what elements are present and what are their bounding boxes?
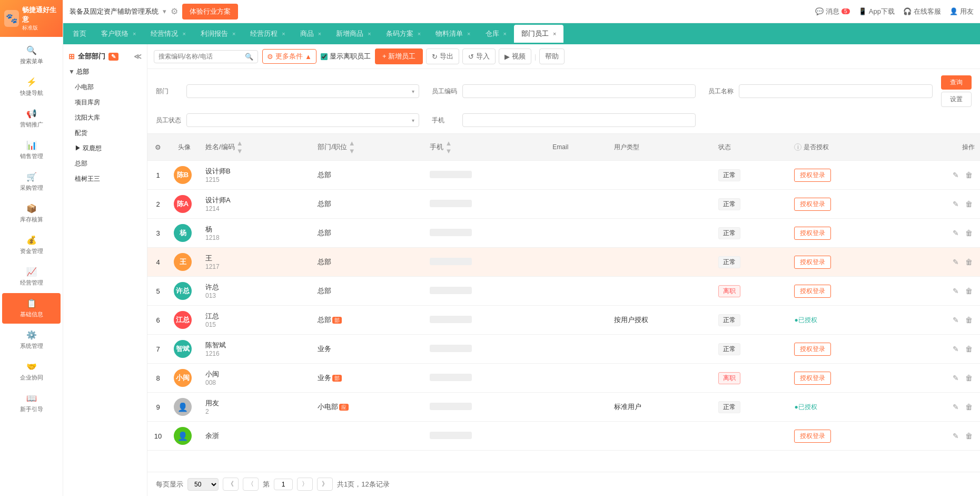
close-icon[interactable]: ×	[318, 31, 321, 37]
view-button[interactable]: ▶ 视频	[499, 48, 531, 64]
close-icon[interactable]: ×	[133, 31, 136, 37]
auth-button[interactable]: 授权登录	[794, 256, 831, 269]
close-icon[interactable]: ×	[232, 31, 235, 37]
dept-item-dispatch[interactable]: 配货	[63, 125, 147, 141]
sidebar-item-search[interactable]: 🔍搜索菜单	[2, 40, 61, 71]
delete-button[interactable]: 🗑	[963, 228, 975, 238]
import-button[interactable]: ↺ 导入	[462, 48, 496, 64]
tab-bom[interactable]: 物料清单×	[428, 25, 478, 43]
trial-button[interactable]: 体验行业方案	[182, 4, 238, 20]
next-page-button[interactable]: 〉	[297, 478, 313, 491]
auth-button[interactable]: 授权登录	[794, 343, 831, 356]
sidebar-item-marketing[interactable]: 📢营销推广	[2, 103, 61, 134]
tab-warehouse[interactable]: 仓库×	[478, 25, 514, 43]
search-input-wrap[interactable]: 🔍	[154, 50, 258, 63]
sidebar-item-guide[interactable]: 📖新手引导	[2, 388, 61, 419]
message-button[interactable]: 💬 消息 5	[815, 7, 850, 16]
status-filter-input[interactable]: ▾	[186, 113, 419, 127]
online-service-button[interactable]: 🎧 在线客服	[903, 7, 941, 16]
resigned-checkbox-input[interactable]	[321, 53, 328, 60]
edit-button[interactable]: ✎	[951, 373, 961, 383]
app-download-button[interactable]: 📱 App下载	[858, 7, 895, 16]
filter-more-button[interactable]: ⚙ 更多条件 ▲	[262, 49, 316, 64]
sidebar-item-basic-info[interactable]: 📋基础信息	[2, 293, 61, 324]
close-icon[interactable]: ×	[418, 31, 421, 37]
close-icon[interactable]: ×	[467, 31, 470, 37]
sidebar-item-collab[interactable]: 🤝企业协同	[2, 356, 61, 387]
phone-input-field[interactable]	[467, 116, 690, 124]
tab-barcode[interactable]: 条码方案×	[379, 25, 428, 43]
show-resigned-checkbox[interactable]: 显示离职员工	[321, 52, 371, 61]
search-button[interactable]: 查询	[941, 75, 972, 90]
edit-button[interactable]: ✎	[951, 344, 961, 354]
status-input-field[interactable]	[191, 116, 412, 124]
help-button[interactable]: 帮助	[539, 48, 565, 64]
dept-item-project[interactable]: 项目库房	[63, 95, 147, 110]
delete-button[interactable]: 🗑	[963, 315, 975, 325]
dept-item-head2[interactable]: 总部	[63, 156, 147, 171]
edit-button[interactable]: ✎	[951, 257, 961, 267]
auth-button[interactable]: 授权登录	[794, 227, 831, 240]
edit-button[interactable]: ✎	[951, 286, 961, 296]
close-icon[interactable]: ×	[503, 31, 507, 37]
tab-operations[interactable]: 经营情况×	[143, 25, 193, 43]
col-phone[interactable]: 手机 ▲▼	[424, 134, 547, 161]
last-page-button[interactable]: 》	[317, 478, 333, 491]
dropdown-arrow-icon[interactable]: ▾	[163, 7, 166, 15]
edit-button[interactable]: ✎	[951, 170, 961, 180]
edit-button[interactable]: ✎	[951, 431, 961, 441]
page-input[interactable]	[274, 479, 293, 490]
dept-item-head[interactable]: ▼ 总部	[63, 64, 147, 80]
dept-item-electric[interactable]: 小电部	[63, 80, 147, 95]
add-employee-button[interactable]: + 新增员工	[375, 48, 423, 64]
delete-button[interactable]: 🗑	[963, 373, 975, 383]
code-filter-input[interactable]	[462, 84, 695, 98]
dept-item-shuanglu[interactable]: ▶ 双鹿想	[63, 141, 147, 156]
dept-item-plant[interactable]: 植树王三	[63, 171, 147, 187]
tab-department[interactable]: 部门员工×	[514, 25, 563, 43]
edit-button[interactable]: ✎	[951, 402, 961, 412]
auth-button[interactable]: 授权登录	[794, 198, 831, 211]
name-filter-input[interactable]	[739, 84, 933, 98]
delete-button[interactable]: 🗑	[963, 431, 975, 441]
edit-button[interactable]: ✎	[951, 199, 961, 209]
close-icon[interactable]: ×	[282, 31, 285, 37]
sidebar-item-purchase[interactable]: 🛒采购管理	[2, 167, 61, 197]
auth-button[interactable]: 授权登录	[794, 169, 831, 182]
tab-customer[interactable]: 客户联络×	[94, 25, 143, 43]
close-icon[interactable]: ×	[368, 31, 371, 37]
tab-history[interactable]: 经营历程×	[243, 25, 292, 43]
col-name[interactable]: 姓名/编码 ▲▼	[200, 134, 312, 161]
first-page-button[interactable]: 《	[223, 478, 239, 491]
code-input-field[interactable]	[467, 87, 690, 95]
auth-button[interactable]: 授权登录	[794, 430, 831, 443]
auth-button[interactable]: 授权登录	[794, 285, 831, 298]
col-dept[interactable]: 部门/职位 ▲▼	[312, 134, 424, 161]
edit-button[interactable]: ✎	[951, 315, 961, 325]
user-button[interactable]: 👤 用友	[949, 7, 974, 16]
close-icon[interactable]: ×	[182, 31, 185, 37]
delete-button[interactable]: 🗑	[963, 344, 975, 354]
close-icon[interactable]: ×	[553, 31, 556, 37]
prev-page-button[interactable]: 〈	[243, 478, 259, 491]
phone-filter-input[interactable]	[462, 113, 695, 127]
auth-button[interactable]: 授权登录	[794, 372, 831, 385]
delete-button[interactable]: 🗑	[963, 402, 975, 412]
collapse-icon[interactable]: ≪	[134, 52, 142, 61]
dept-edit-icon[interactable]: ✎	[108, 53, 118, 61]
col-settings[interactable]: ⚙	[147, 134, 169, 161]
sidebar-item-quicknav[interactable]: ⚡快捷导航	[2, 72, 61, 102]
sidebar-item-finance[interactable]: 💰资金管理	[2, 230, 61, 260]
tab-home[interactable]: 首页	[65, 25, 94, 43]
sidebar-item-inventory[interactable]: 📦库存核算	[2, 198, 61, 229]
dept-filter-input[interactable]: ▾	[186, 84, 419, 98]
delete-button[interactable]: 🗑	[963, 286, 975, 296]
setting-button[interactable]: 设置	[941, 92, 972, 107]
edit-button[interactable]: ✎	[951, 228, 961, 238]
tab-profit[interactable]: 利润报告×	[193, 25, 243, 43]
sidebar-item-operations[interactable]: 📈经营管理	[2, 261, 61, 292]
sidebar-item-system[interactable]: ⚙️系统管理	[2, 325, 61, 355]
dept-item-shenyang[interactable]: 沈阳大库	[63, 110, 147, 125]
delete-button[interactable]: 🗑	[963, 170, 975, 180]
export-button[interactable]: ↻ 导出	[426, 48, 459, 64]
